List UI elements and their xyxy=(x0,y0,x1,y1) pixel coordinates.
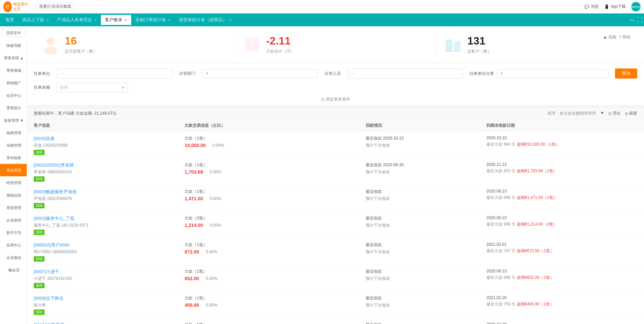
sidebar-item-operation[interactable]: 经营管理 xyxy=(0,176,27,189)
due-overdue: 最长欠款 998 天 超期¥1,471.00（1笔） xyxy=(486,195,637,201)
tab-customer-account[interactable]: 客户账本 ✕ xyxy=(101,15,131,25)
logo-area: 好 畅捷通好生意 xyxy=(3,1,30,12)
filter-balance-input[interactable]: 选择... ▼ xyxy=(57,83,128,92)
sidebar-item-quick-nav[interactable]: 快捷导航 xyxy=(0,39,27,52)
overdue-link[interactable]: 超期¥10,000.00（1笔） xyxy=(517,142,560,147)
stat-number-debt: -2.11 xyxy=(266,35,429,47)
sort-arrow-icon: ▼ xyxy=(600,111,604,116)
close-icon[interactable]: ✕ xyxy=(94,18,97,22)
close-icon[interactable]: ✕ xyxy=(124,18,127,22)
table-body: [0016]吴俊 吴俊 13026203696 现销 欠款（1笔） 10,000… xyxy=(27,132,644,324)
sidebar-item-wholesale[interactable]: 批发管理 ▼ xyxy=(0,114,27,126)
sidebar-item-inventory[interactable]: 库存核算 xyxy=(0,151,27,164)
overdue-link[interactable]: 超期¥1,703.68（1笔） xyxy=(517,169,557,173)
sidebar-item-retail-manage[interactable]: 零售管理 ▲ xyxy=(0,52,27,64)
debt-info: 欠款（1笔） 672.00 0.00% xyxy=(185,242,366,255)
sidebar-item-guide[interactable]: 新手引导 xyxy=(0,226,27,239)
debt-amount: 455.90 xyxy=(185,302,199,308)
sidebar-label: 会员中心 xyxy=(2,93,25,98)
filter-vendor-input[interactable]: ··· xyxy=(57,68,172,79)
close-icon[interactable]: ✕ xyxy=(168,18,171,22)
customer-tag: 现销 xyxy=(34,203,45,208)
sidebar-label: 应用中心 xyxy=(2,243,25,248)
tab-production[interactable]: 产成品入库单历史 ✕ xyxy=(53,15,101,25)
stat-card-total: 131 总客户（家） ▶ 视频 ? 帮助 xyxy=(436,32,637,57)
customer-name-link[interactable]: [0001020001]李老师 xyxy=(34,162,185,168)
app-download-button[interactable]: 📱 App下载 xyxy=(604,4,626,9)
return-next: 预计下次收款 xyxy=(366,276,486,282)
customer-name-link[interactable]: [000002]用户2050 xyxy=(34,242,185,248)
close-icon[interactable]: ✕ xyxy=(229,18,232,22)
collapse-button[interactable]: ⋀ 收起更多条件 xyxy=(321,96,350,102)
sidebar-item-retail-stats[interactable]: 零售统计 xyxy=(0,101,27,114)
search-input[interactable] xyxy=(1,29,25,36)
return-next: 预计下次收款 xyxy=(366,169,486,175)
minimize-icon[interactable]: — xyxy=(629,17,635,23)
customer-name-link[interactable]: [0006]去下粮仓 xyxy=(34,295,185,301)
filter-balance: 往来余额 选择... ▼ xyxy=(34,83,128,92)
due-info: 2021.02.26 最长欠款 750 天 超期¥455.90（1笔） xyxy=(486,295,637,307)
sidebar-item-member[interactable]: 会员中心 xyxy=(0,89,27,101)
customer-name-link[interactable]: [0016]吴俊 xyxy=(34,136,185,142)
overdue-link[interactable]: 超期¥652.00（1笔） xyxy=(517,275,554,280)
sidebar-label: 零售统计 xyxy=(2,106,25,111)
refresh-button[interactable]: ⊙ 刷新 xyxy=(625,111,637,116)
return-recent-date: 最近收款 xyxy=(366,242,486,248)
sidebar-item-basic[interactable]: 基础信息 xyxy=(0,189,27,201)
overdue-link[interactable]: 超期¥1,471.00（1笔） xyxy=(517,195,557,200)
sidebar-item-system[interactable]: 系统管理 xyxy=(0,201,27,214)
export-button[interactable]: ⊙ 导出 xyxy=(608,111,621,116)
filter-dept-input[interactable]: ▼ xyxy=(202,69,318,78)
avatar[interactable]: demo2 xyxy=(631,2,641,11)
due-info: 2020.11.15 最长欠款 853 天 超期¥1,703.68（1笔） xyxy=(486,162,637,174)
sidebar-item-collab[interactable]: 企业协同 xyxy=(0,214,27,226)
query-button[interactable]: 查询 xyxy=(615,68,637,79)
close-icon[interactable]: ✕ xyxy=(46,18,49,22)
maximize-icon[interactable]: ⛶ xyxy=(637,17,643,23)
chevron-down-icon: ▼ xyxy=(121,85,125,90)
stat-card-debt: ¥ -2.11 欠款合计（万） xyxy=(235,32,437,57)
sidebar-label: 电商管理 xyxy=(2,130,25,136)
message-button[interactable]: 💬 消息 xyxy=(584,4,599,9)
customer-tag: 现销 xyxy=(34,310,45,315)
customer-name-link[interactable]: [000001]黄思源 xyxy=(34,322,185,324)
sidebar-item-purchase[interactable]: 采购管理 xyxy=(0,139,27,151)
stat-label-customers: 总欠款客户（家） xyxy=(65,49,228,54)
tab-goods[interactable]: 商品上下架 ✕ xyxy=(18,15,53,25)
filter-person-input[interactable]: ··· xyxy=(347,68,463,79)
sidebar-item-wechat[interactable]: 企业微信 xyxy=(0,251,27,264)
customer-name-link[interactable]: [0002]服务中心_丁磊 xyxy=(34,215,185,222)
return-next: 预计下次收款 xyxy=(366,249,486,255)
overdue-link[interactable]: 超期¥1,214.00（3笔） xyxy=(517,222,557,227)
sidebar-item-finance[interactable]: 资金管理 xyxy=(0,164,27,176)
sidebar-item-apps[interactable]: 应用中心 xyxy=(0,239,27,251)
sidebar-item-marketing[interactable]: 营销推广 xyxy=(0,77,27,89)
return-recent-date: 最近收款 xyxy=(366,295,486,301)
sidebar-item-retail-mall[interactable]: 零售商城 xyxy=(0,64,27,77)
due-date: 2020.06.23 xyxy=(486,189,637,194)
customer-name-link[interactable]: [0003]畅捷服务尹海燕 xyxy=(34,189,185,195)
due-overdue: 最长欠款 747 天 超期¥672.00（1笔） xyxy=(486,248,637,254)
stat-info-total: 131 总客户（家） xyxy=(467,35,600,54)
overdue-link[interactable]: 超期¥672.00（1笔） xyxy=(517,248,554,253)
tab-purchase-order[interactable]: 采购订单统计表 ✕ xyxy=(131,15,175,25)
stat-icon-customers xyxy=(40,34,61,55)
customer-tag: 现销 xyxy=(34,150,45,155)
industry-select[interactable]: 母婴行业演示账套 xyxy=(36,3,75,10)
sidebar-item-vip[interactable]: 畅会员 xyxy=(0,264,27,276)
result-bar: 搜索结果中，客户16家 欠款金额 -21,148.07元 排序：按欠款金额倒序排… xyxy=(27,108,644,119)
help-button[interactable]: ? 帮助 xyxy=(619,34,631,40)
customer-name-link[interactable]: [0007]小进千 xyxy=(34,269,185,275)
video-button[interactable]: ▶ 视频 xyxy=(604,34,616,40)
tab-purchase-stats[interactable]: 进货单统计表（按商品） ✕ xyxy=(175,15,236,25)
customer-phone: 陈小希 xyxy=(34,302,185,308)
due-info: 2020.06.23 最长欠款 998 天 超期¥1,214.00（3笔） xyxy=(486,215,637,227)
filter-category-input[interactable]: ▼ xyxy=(497,69,608,78)
tab-home[interactable]: 首页 xyxy=(1,15,18,25)
return-recent-date: 最近收款 2020-10-15 xyxy=(366,136,486,141)
logo-icon: 好 xyxy=(3,1,12,12)
return-info: 最近收款 2020-06-30 预计下次收款 xyxy=(366,162,486,175)
col-header-due: 到期未收款日期 xyxy=(486,123,637,128)
sidebar-item-ecommerce[interactable]: 电商管理 xyxy=(0,126,27,139)
overdue-link[interactable]: 超期¥455.90（1笔） xyxy=(517,302,554,306)
